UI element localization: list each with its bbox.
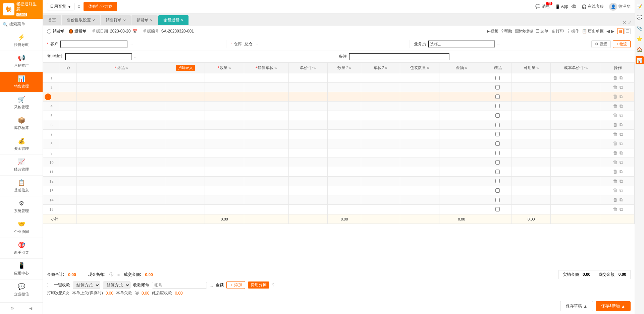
row-unit2-10[interactable] [361, 158, 400, 167]
row-cost-8[interactable] [551, 139, 601, 148]
row-qty-5[interactable] [205, 111, 244, 120]
save-new-btn[interactable]: 保存&新增 ▲ [596, 301, 631, 311]
row-unit2-1[interactable] [361, 73, 400, 83]
scan-btn[interactable]: 扫码录入 [176, 65, 195, 71]
gift-checkbox-11[interactable] [495, 170, 500, 174]
row-qty2-8[interactable] [328, 139, 361, 148]
calc-method-select[interactable]: 结算方式 [103, 281, 130, 289]
tab-sale-order-close[interactable]: ✕ [123, 18, 126, 22]
row-gift-2[interactable] [484, 83, 512, 92]
row-unit-13[interactable] [244, 186, 288, 195]
tab-sale-goods-close[interactable]: ✕ [150, 18, 153, 22]
row-avail-12[interactable] [512, 177, 551, 186]
online-service-link[interactable]: 🎧 在线客服 [582, 4, 604, 9]
gift-checkbox-2[interactable] [495, 85, 500, 89]
grid-view-icon[interactable]: ▦ [617, 28, 624, 34]
collapse-icon[interactable]: ◀ [29, 306, 32, 311]
row-gift-8[interactable] [484, 139, 512, 148]
maximize-icon[interactable]: ⤢ [628, 20, 632, 25]
delete-icon-15[interactable]: 🗑 [613, 206, 618, 212]
sidebar-item-system[interactable]: ⚙ 系统管理 [0, 196, 43, 217]
product-sort[interactable]: ⇅ [125, 66, 128, 70]
sidebar-item-finance[interactable]: 💰 资金管理 [0, 134, 43, 155]
row-cost-11[interactable] [551, 167, 601, 177]
row-price-10[interactable] [288, 158, 327, 167]
copy-icon-1[interactable]: ⧉ [620, 75, 623, 81]
gift-checkbox-5[interactable] [495, 113, 500, 118]
row-unit-4[interactable] [244, 102, 288, 111]
row-product-8[interactable] [76, 139, 166, 148]
right-panel-icon-5[interactable]: 🏠 [636, 46, 644, 54]
qty2-sort[interactable]: ⇅ [348, 66, 351, 70]
row-unit-11[interactable] [244, 167, 288, 177]
row-cost-15[interactable] [551, 205, 601, 214]
row-price-8[interactable] [288, 139, 327, 148]
row-avail-3[interactable] [512, 92, 551, 102]
sidebar-item-basic[interactable]: 📋 基础信息 [0, 176, 43, 196]
row-qty2-6[interactable] [328, 120, 361, 130]
customer-input[interactable] [60, 41, 127, 48]
row-amount-9[interactable] [439, 148, 484, 158]
row-qty-7[interactable] [205, 130, 244, 139]
row-product-4[interactable] [76, 102, 166, 111]
row-price-13[interactable] [288, 186, 327, 195]
experience-btn[interactable]: 体验行业方案 [84, 2, 117, 11]
sidebar-search[interactable]: 🔍 搜索菜单 [0, 19, 43, 30]
address-picker[interactable]: ... [134, 54, 138, 59]
gift-checkbox-7[interactable] [495, 132, 500, 136]
row-qty2-3[interactable] [328, 92, 361, 102]
right-panel-icon-3[interactable]: 📎 [636, 24, 644, 32]
right-panel-icon-4[interactable]: ⭐ [636, 35, 644, 43]
copy-icon-11[interactable]: ⧉ [620, 169, 623, 175]
row-price-1[interactable] [288, 73, 327, 83]
row-qty-12[interactable] [205, 177, 244, 186]
staff-input[interactable] [428, 41, 495, 48]
add-row-btn[interactable]: + [45, 93, 51, 100]
address-input[interactable] [65, 53, 132, 60]
gift-checkbox-1[interactable] [495, 76, 500, 80]
print-link[interactable]: 🖨 打印 [551, 28, 564, 34]
delete-icon-2[interactable]: 🗑 [613, 84, 618, 90]
row-price-3[interactable] [288, 92, 327, 102]
row-gift-14[interactable] [484, 195, 512, 205]
row-price-11[interactable] [288, 167, 327, 177]
user-info[interactable]: 👤 徐泽华 [609, 3, 631, 11]
product-input[interactable] [78, 95, 164, 99]
sidebar-item-appstore[interactable]: 📱 应用中心 [0, 259, 43, 279]
next-arrow[interactable]: ▶ [611, 28, 614, 34]
row-unit2-15[interactable] [361, 205, 400, 214]
sidebar-item-operation[interactable]: 📈 经营管理 [0, 155, 43, 176]
delete-icon-14[interactable]: 🗑 [613, 197, 618, 203]
delete-icon-4[interactable]: 🗑 [613, 103, 618, 109]
row-qty2-4[interactable] [328, 102, 361, 111]
settlement-select[interactable]: 结算方式 [73, 281, 100, 289]
settings-icon[interactable]: ⚙ [77, 4, 81, 9]
sidebar-item-marketing[interactable]: 📢 营销推广 [0, 51, 43, 72]
save-draft-btn[interactable]: 保存草稿 ▲ [560, 301, 593, 311]
pkg-sort[interactable]: ⇅ [427, 66, 429, 70]
gift-checkbox-12[interactable] [495, 179, 500, 183]
row-cost-2[interactable] [551, 83, 601, 92]
tab-sale-settings[interactable]: 售价提取设置 ✕ [62, 15, 100, 25]
row-unit2-2[interactable] [361, 83, 400, 92]
row-price-9[interactable] [288, 148, 327, 158]
row-amount-15[interactable] [439, 205, 484, 214]
sidebar-item-shortcut[interactable]: ⚡ 快捷导航 [0, 30, 43, 51]
operate-link[interactable]: ⋮ 操作 [567, 28, 579, 34]
row-qty-10[interactable] [205, 158, 244, 167]
row-cost-13[interactable] [551, 186, 601, 195]
delete-icon-6[interactable]: 🗑 [613, 122, 618, 128]
avail-sort[interactable]: ⇅ [536, 66, 539, 70]
staff-picker[interactable]: ... [497, 42, 500, 46]
prev-arrow[interactable]: ◀ [606, 28, 610, 34]
sidebar-item-purchase[interactable]: 🛒 采购管理 [0, 92, 43, 113]
row-pkg-14[interactable] [400, 195, 439, 205]
row-qty2-14[interactable] [328, 195, 361, 205]
row-avail-4[interactable] [512, 102, 551, 111]
settings-bottom-icon[interactable]: ⚙ [10, 306, 14, 311]
row-cost-14[interactable] [551, 195, 601, 205]
row-amount-8[interactable] [439, 139, 484, 148]
copy-icon-13[interactable]: ⧉ [620, 188, 623, 193]
row-gift-15[interactable] [484, 205, 512, 214]
cost-sort[interactable]: ⇅ [585, 66, 588, 70]
